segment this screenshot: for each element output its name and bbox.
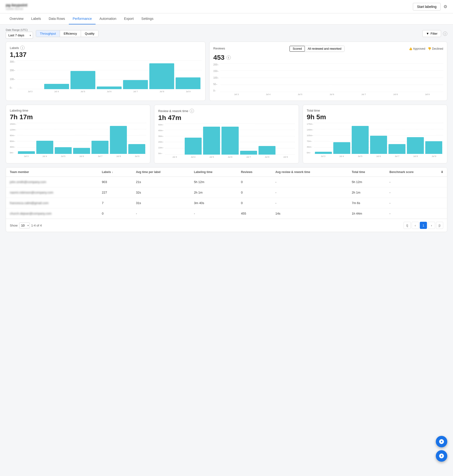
page-1-button[interactable]: 1 bbox=[420, 222, 427, 229]
pagination: Show 10 25 50 1-4 of 4 ⟨| ‹ 1 › |⟩ bbox=[6, 219, 447, 232]
x-label: Jul 7 bbox=[239, 156, 258, 158]
rr-x-labels: Jul 3Jul 4Jul 5Jul 6Jul 7Jul 8Jul 9 bbox=[165, 155, 295, 159]
gear-icon[interactable]: ⚙ bbox=[443, 4, 447, 9]
info-icon[interactable]: i bbox=[443, 32, 447, 36]
labels-x-labels: Jul 3Jul 4Jul 5Jul 6Jul 7Jul 8Jul 9 bbox=[17, 89, 201, 94]
x-label: Jul 9 bbox=[411, 93, 443, 96]
last-page-button[interactable]: |⟩ bbox=[436, 222, 443, 229]
bar-6 bbox=[176, 78, 200, 89]
x-label: Jul 6 bbox=[221, 156, 239, 158]
reviews-cell: 0 bbox=[237, 187, 272, 198]
col-avg-review: Avg review & rework time bbox=[272, 168, 348, 177]
total-time-card: Total time 9h 5m 175m–140m–105m–70m–35m–… bbox=[303, 105, 447, 163]
x-label: Jul 4 bbox=[43, 90, 70, 93]
team-table: Team member Labels ↓ Avg time per label … bbox=[6, 167, 447, 232]
scored-tab[interactable]: Scored bbox=[290, 46, 305, 52]
toolbar-left: Date Range (UTC) Last 7 days Last 30 day… bbox=[6, 28, 99, 39]
x-label: Jul 4 bbox=[35, 155, 54, 157]
tt-x-labels: Jul 3Jul 4Jul 5Jul 6Jul 7Jul 8Jul 9 bbox=[314, 154, 443, 159]
x-label: Jul 7 bbox=[91, 155, 109, 157]
x-label: Jul 3 bbox=[17, 155, 35, 157]
reviews-card: Reviews Scored All reviewed and reworked… bbox=[209, 42, 447, 101]
labels-card-title: Labels i bbox=[10, 46, 201, 50]
first-page-button[interactable]: ⟨| bbox=[403, 222, 411, 229]
time-cards-row: Labeling time 7h 17m 150m–120m–90m–60m–3… bbox=[6, 105, 447, 163]
labels-info-icon[interactable]: i bbox=[20, 46, 25, 50]
benchmark-cell: - bbox=[386, 198, 447, 208]
labeling-time-chart: 150m–120m–90m–60m–30m–0m– Jul 3Jul 4Jul … bbox=[10, 123, 146, 159]
sort-icon: ↓ bbox=[112, 170, 113, 174]
reviews-cell: 0 bbox=[237, 198, 272, 208]
x-label: Jul 7 bbox=[122, 90, 149, 93]
rr-info-icon[interactable]: i bbox=[190, 109, 194, 113]
bar-5 bbox=[149, 63, 174, 89]
labels-cell: 7 bbox=[98, 198, 132, 208]
x-label: Jul 8 bbox=[406, 155, 425, 157]
tab-settings[interactable]: Settings bbox=[138, 13, 157, 24]
benchmark-cell: - bbox=[386, 208, 447, 219]
tab-automation[interactable]: Automation bbox=[96, 13, 120, 24]
tab-export[interactable]: Export bbox=[120, 13, 137, 24]
reviews-cell: 455 bbox=[237, 208, 272, 219]
efficiency-tab[interactable]: Efficiency bbox=[60, 30, 81, 37]
labeling-time-title: Labeling time bbox=[10, 109, 146, 112]
performance-table: Team member Labels ↓ Avg time per label … bbox=[6, 168, 447, 219]
member-cell: church.dejean@company.com bbox=[6, 208, 98, 219]
total-time-cell: 5h 12m bbox=[348, 177, 386, 187]
x-label: Jul 4 bbox=[184, 156, 202, 158]
bar-5 bbox=[259, 146, 276, 155]
bar-1 bbox=[44, 84, 69, 89]
col-member: Team member bbox=[6, 168, 98, 177]
throughput-tab[interactable]: Throughput bbox=[36, 30, 60, 37]
x-label: Jul 8 bbox=[109, 155, 128, 157]
x-label: Jul 4 bbox=[332, 155, 351, 157]
all-reviewed-tab[interactable]: All reviewed and reworked bbox=[305, 46, 344, 52]
tab-labels[interactable]: Labels bbox=[27, 13, 45, 24]
x-label: Jul 3 bbox=[17, 90, 43, 93]
labels-cell: 903 bbox=[98, 177, 132, 187]
start-labeling-button[interactable]: Start labeling bbox=[413, 3, 441, 11]
bar-3 bbox=[370, 136, 387, 154]
x-label: Jul 8 bbox=[149, 90, 175, 93]
reviews-tab-group: Scored All reviewed and reworked bbox=[289, 46, 345, 52]
reviews-card-header: Reviews Scored All reviewed and reworked… bbox=[213, 46, 443, 52]
logo-title: pg-keypoint bbox=[6, 3, 28, 7]
toolbar-right: ▼ Filter i bbox=[422, 30, 447, 37]
x-label: Jul 7 bbox=[348, 93, 380, 96]
download-icon[interactable]: ⬇ bbox=[441, 170, 443, 174]
tt-title: Total time bbox=[307, 109, 443, 112]
x-label: Jul 7 bbox=[388, 155, 406, 157]
rr-y-axis: 50m–40m–30m–20m–10m–0m– bbox=[158, 124, 165, 155]
col-labels[interactable]: Labels ↓ bbox=[98, 168, 132, 177]
next-page-button[interactable]: › bbox=[428, 222, 435, 229]
tab-performance[interactable]: Performance bbox=[69, 13, 96, 24]
table-row: francesca.calini@gmail.com 7 31s 3m 40s … bbox=[6, 198, 447, 208]
bar-1 bbox=[185, 138, 202, 155]
prev-page-button[interactable]: ‹ bbox=[412, 222, 419, 229]
quality-tab[interactable]: Quality bbox=[81, 30, 98, 37]
tt-bars bbox=[314, 123, 443, 154]
tt-value: 9h 5m bbox=[307, 113, 443, 121]
toolbar: Date Range (UTC) Last 7 days Last 30 day… bbox=[0, 25, 453, 42]
x-label: Jul 5 bbox=[202, 156, 221, 158]
filter-button[interactable]: ▼ Filter bbox=[422, 30, 441, 37]
filter-label: Filter bbox=[431, 32, 438, 35]
total-time-cell: 7m 6s bbox=[348, 198, 386, 208]
x-label: Jul 3 bbox=[314, 155, 332, 157]
logo-area: pg-keypoint subtitle blurred bbox=[6, 3, 28, 10]
table-row: john.smith@company.com 903 21s 5h 12m 0 … bbox=[6, 177, 447, 187]
col-benchmark: Benchmark score ⬇ bbox=[386, 168, 447, 177]
reviews-info-icon[interactable]: i bbox=[226, 56, 231, 60]
show-select[interactable]: 10 25 50 bbox=[19, 222, 30, 228]
date-range-select[interactable]: Last 7 days Last 30 days Custom bbox=[6, 32, 33, 39]
x-label: Jul 3 bbox=[165, 156, 184, 158]
bar-3 bbox=[221, 127, 238, 155]
reviews-legend: 👍 Approved 👎 Declined bbox=[409, 47, 443, 50]
tab-overview[interactable]: Overview bbox=[6, 13, 27, 24]
labeling-time-value: 7h 17m bbox=[10, 113, 146, 121]
tab-data-rows[interactable]: Data Rows bbox=[45, 13, 69, 24]
tt-y-axis: 175m–140m–105m–70m–35m–0m– bbox=[307, 123, 314, 154]
review-rework-card: Review & rework time i 1h 47m 50m–40m–30… bbox=[154, 105, 299, 163]
member-cell: john.smith@company.com bbox=[6, 177, 98, 187]
col-total-time: Total time bbox=[348, 168, 386, 177]
